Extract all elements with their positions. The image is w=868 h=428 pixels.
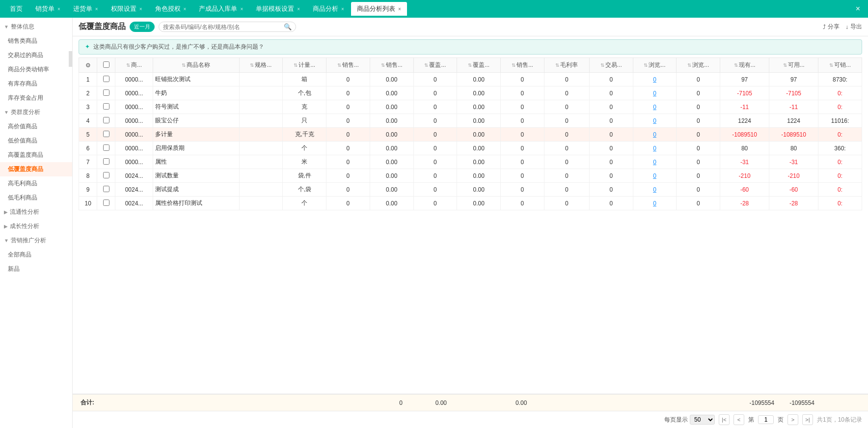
col-unit[interactable]: ⇅计量...	[283, 58, 326, 73]
browse1-link[interactable]: 0	[653, 172, 656, 179]
row-checkbox[interactable]	[103, 103, 109, 110]
col-sales-cnt[interactable]: ⇅销售...	[501, 58, 544, 73]
sidebar-section-overall[interactable]: ▼ 整体信息	[0, 20, 72, 34]
cell-browse1[interactable]: 0	[633, 114, 677, 128]
close-roles-tab[interactable]: ×	[184, 6, 187, 12]
col-browse1[interactable]: ⇅浏览...	[633, 58, 677, 73]
close-sales-tab[interactable]: ×	[57, 6, 60, 12]
next-page-button[interactable]: >	[787, 414, 798, 425]
cell-browse1[interactable]: 0	[633, 155, 677, 169]
sidebar-item-sales-goods[interactable]: 销售类商品	[0, 34, 72, 48]
close-permissions-tab[interactable]: ×	[139, 6, 142, 12]
cell-checkbox[interactable]	[97, 73, 115, 86]
nav-tab-permissions[interactable]: 权限设置 ×	[105, 2, 148, 16]
close-template-tab[interactable]: ×	[297, 6, 300, 12]
first-page-button[interactable]: |<	[719, 414, 730, 425]
cell-checkbox[interactable]	[97, 100, 115, 114]
col-sales-amt[interactable]: ⇅销售...	[370, 58, 413, 73]
cell-checkbox[interactable]	[97, 128, 115, 142]
select-all-checkbox[interactable]	[103, 61, 109, 68]
row-checkbox[interactable]	[103, 172, 109, 178]
close-purchase-tab[interactable]: ×	[95, 6, 98, 12]
col-browse2[interactable]: ⇅浏览...	[677, 58, 720, 73]
col-name[interactable]: ⇅商品名称	[153, 58, 239, 73]
nav-tab-home[interactable]: 首页	[4, 2, 28, 16]
row-checkbox[interactable]	[103, 76, 109, 82]
cell-browse1[interactable]: 0	[633, 100, 677, 114]
nav-tab-roles[interactable]: 角色授权 ×	[149, 2, 192, 16]
row-checkbox[interactable]	[103, 144, 109, 151]
browse1-link[interactable]: 0	[653, 145, 656, 152]
browse1-link[interactable]: 0	[653, 186, 656, 193]
settings-icon[interactable]: ⚙	[85, 62, 91, 69]
prev-page-button[interactable]: <	[733, 414, 744, 425]
close-all-button[interactable]: ×	[852, 4, 864, 13]
sidebar-collapse-button[interactable]: 《	[69, 51, 73, 67]
row-checkbox[interactable]	[103, 186, 109, 192]
sidebar-section-growth[interactable]: ▶ 成长性分析	[0, 219, 72, 233]
nav-tab-production[interactable]: 产成品入库单 ×	[193, 2, 249, 16]
row-checkbox[interactable]	[103, 131, 109, 137]
col-trade[interactable]: ⇅交易...	[589, 58, 633, 73]
col-checkbox[interactable]	[97, 58, 115, 73]
close-production-tab[interactable]: ×	[240, 6, 243, 12]
sidebar-section-marketing[interactable]: ▼ 营销推广分析	[0, 233, 72, 248]
row-checkbox[interactable]	[103, 158, 109, 165]
browse1-link[interactable]: 0	[653, 131, 656, 138]
sidebar-item-high-value[interactable]: 高价值商品	[0, 119, 72, 134]
col-cover1[interactable]: ⇅覆盖...	[413, 58, 457, 73]
col-sales-qty[interactable]: ⇅销售...	[326, 58, 370, 73]
cell-checkbox[interactable]	[97, 155, 115, 169]
sidebar-item-stock-goods[interactable]: 有库存商品	[0, 77, 72, 91]
col-spec[interactable]: ⇅规格...	[239, 58, 283, 73]
col-cover2[interactable]: ⇅覆盖...	[457, 58, 501, 73]
sidebar-item-high-margin[interactable]: 高毛利商品	[0, 176, 72, 191]
browse1-link[interactable]: 0	[653, 200, 656, 207]
sidebar-item-low-coverage[interactable]: 低覆盖度商品	[0, 162, 72, 176]
sidebar-item-traded-goods[interactable]: 交易过的商品	[0, 48, 72, 62]
browse1-link[interactable]: 0	[653, 76, 656, 83]
col-stock-avail[interactable]: ⇅可用...	[769, 58, 818, 73]
col-stock-sale[interactable]: ⇅可销...	[818, 58, 862, 73]
sidebar-item-category-rate[interactable]: 商品分类动销率	[0, 62, 72, 77]
page-number-input[interactable]	[758, 415, 774, 424]
cell-checkbox[interactable]	[97, 169, 115, 183]
cell-browse1[interactable]: 0	[633, 142, 677, 155]
per-page-dropdown[interactable]: 50 10 20 100	[690, 415, 715, 425]
cell-browse1[interactable]: 0	[633, 73, 677, 86]
nav-tab-template[interactable]: 单据模板设置 ×	[250, 2, 306, 16]
nav-tab-sales[interactable]: 销货单 ×	[29, 2, 66, 16]
browse1-link[interactable]: 0	[653, 117, 656, 124]
cell-browse1[interactable]: 0	[633, 128, 677, 142]
cell-browse1[interactable]: 0	[633, 183, 677, 197]
sidebar-item-new-goods[interactable]: 新品	[0, 262, 72, 276]
browse1-link[interactable]: 0	[653, 159, 656, 166]
browse1-link[interactable]: 0	[653, 90, 656, 97]
sidebar-item-low-margin[interactable]: 低毛利商品	[0, 191, 72, 205]
sidebar-item-low-value[interactable]: 低价值商品	[0, 134, 72, 148]
search-input[interactable]	[163, 24, 282, 30]
close-analysis-list-tab[interactable]: ×	[398, 6, 401, 12]
export-button[interactable]: ↓ 导出	[845, 23, 862, 31]
col-stock-now[interactable]: ⇅现有...	[720, 58, 769, 73]
col-gross-rate[interactable]: ⇅毛利率	[544, 58, 589, 73]
cell-checkbox[interactable]	[97, 197, 115, 210]
cell-checkbox[interactable]	[97, 114, 115, 128]
col-code[interactable]: ⇅商...	[115, 58, 153, 73]
sidebar-item-high-coverage[interactable]: 高覆盖度商品	[0, 148, 72, 162]
browse1-link[interactable]: 0	[653, 104, 656, 111]
share-button[interactable]: ⤴ 分享	[823, 23, 840, 31]
search-icon[interactable]: 🔍	[284, 23, 292, 30]
row-checkbox[interactable]	[103, 89, 109, 96]
nav-tab-analysis-list[interactable]: 商品分析列表 ×	[351, 2, 407, 16]
cell-checkbox[interactable]	[97, 183, 115, 197]
sidebar-item-stock-capital[interactable]: 库存资金占用	[0, 91, 72, 105]
cell-browse1[interactable]: 0	[633, 86, 677, 100]
sidebar-section-group[interactable]: ▼ 类群度分析	[0, 105, 72, 119]
cell-browse1[interactable]: 0	[633, 197, 677, 210]
row-checkbox[interactable]	[103, 200, 109, 206]
last-page-button[interactable]: >|	[802, 414, 813, 425]
cell-browse1[interactable]: 0	[633, 169, 677, 183]
period-button[interactable]: 近一月	[130, 22, 155, 32]
nav-tab-analysis[interactable]: 商品分析 ×	[307, 2, 350, 16]
